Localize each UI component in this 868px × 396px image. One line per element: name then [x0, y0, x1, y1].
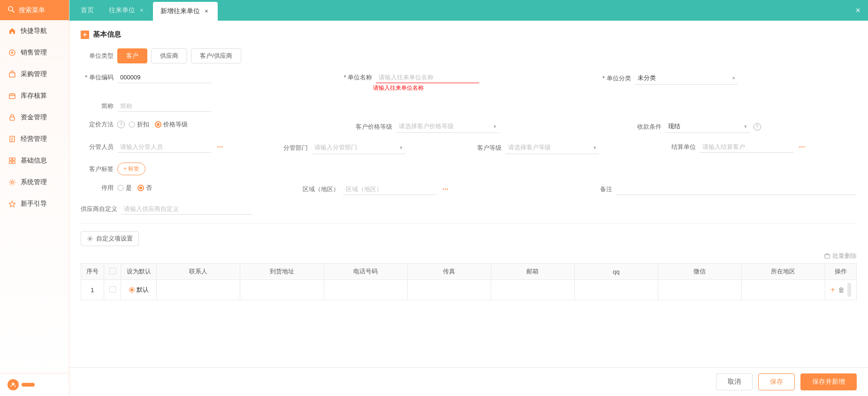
chevron-down-icon: ▾ [732, 75, 735, 81]
pricing-discount-option[interactable]: 折扣 [129, 120, 149, 129]
svg-rect-9 [9, 161, 12, 163]
sidebar-item-finance[interactable]: 资金管理 [0, 107, 69, 128]
pricing-discount-radio[interactable] [129, 121, 135, 128]
grid-icon [8, 156, 17, 165]
manager-input[interactable] [117, 141, 211, 153]
region-input[interactable] [343, 184, 437, 195]
unit-name-label: * 单位名称 [339, 73, 372, 82]
disabled-no-radio[interactable] [137, 185, 144, 191]
settings-icon [8, 178, 17, 187]
customer-level-label: 客户等级 [469, 144, 502, 152]
disabled-yes-option[interactable]: 是 [117, 184, 132, 192]
customer-level-select[interactable]: 请选择客户等级 ▾ [505, 141, 599, 154]
sidebar-item-quick-nav[interactable]: 快捷导航 [0, 20, 69, 42]
address-input[interactable] [249, 287, 315, 294]
sidebar-item-ops[interactable]: 经营管理 [0, 128, 69, 150]
tab-new-partner-label: 新增往来单位 [160, 7, 200, 16]
search-menu[interactable]: 搜索菜单 [0, 0, 69, 20]
cell-wechat[interactable] [658, 280, 741, 300]
supplier-custom-input[interactable] [121, 203, 252, 215]
search-menu-label: 搜索菜单 [19, 6, 45, 15]
short-name-input[interactable] [117, 101, 211, 112]
supplier-custom-field: 供应商自定义 [81, 203, 857, 215]
save-and-new-button[interactable]: 保存并新增 [800, 373, 857, 390]
search-icon [8, 6, 15, 15]
col-fax: 传真 [407, 264, 491, 280]
sidebar-item-label: 采购管理 [21, 70, 47, 78]
sidebar-item-inventory[interactable]: 库存核算 [0, 85, 69, 107]
window-close-button[interactable]: × [852, 6, 864, 16]
sidebar-item-basic[interactable]: 基础信息 [0, 150, 69, 171]
region-more-btn[interactable]: ··· [441, 185, 450, 194]
unit-name-input[interactable] [376, 72, 479, 83]
row-checkbox[interactable] [109, 286, 116, 293]
batch-delete-icon [824, 253, 830, 259]
disabled-no-option[interactable]: 否 [137, 184, 152, 192]
sidebar-item-system[interactable]: 系统管理 [0, 171, 69, 193]
cell-contact[interactable] [157, 280, 240, 300]
email-input[interactable] [500, 287, 566, 294]
cell-email[interactable] [491, 280, 574, 300]
pricing-row: 定价方法 ? 折扣 价格等级 客户价格等级 请选择客户价格等级 [81, 120, 857, 133]
cell-qq[interactable] [574, 280, 658, 300]
disabled-yes-label: 是 [126, 184, 132, 192]
manager-more-btn[interactable]: ··· [215, 143, 225, 151]
pricing-help-icon[interactable]: ? [117, 121, 125, 128]
tab-new-partner-close[interactable]: × [203, 8, 210, 15]
unit-type-supplier-btn[interactable]: 供应商 [151, 48, 187, 63]
pricing-level-radio[interactable] [155, 121, 161, 128]
row-action-buttons: + 🗑 [830, 283, 852, 297]
remark-field: 备注 [579, 184, 857, 195]
phone-input[interactable] [332, 287, 398, 294]
payment-terms-select[interactable]: 现结 ▾ [665, 120, 750, 133]
delete-row-button[interactable]: 🗑 [838, 286, 845, 294]
dept-select[interactable]: 请输入分管部门 ▾ [312, 141, 405, 154]
cell-address[interactable] [240, 280, 324, 300]
payment-terms-value: 现结 [668, 122, 680, 131]
form-content: 基本信息 单位类型 客户 供应商 客户/供应商 * 单位编码 [69, 21, 868, 367]
add-tag-button[interactable]: + 标签 [117, 163, 145, 175]
default-radio[interactable] [129, 287, 135, 293]
tab-home[interactable]: 首页 [73, 0, 101, 21]
cell-fax[interactable] [407, 280, 491, 300]
col-check [104, 264, 121, 280]
settlement-input[interactable] [700, 141, 793, 153]
unit-category-select[interactable]: 未分类 ▾ [635, 72, 738, 85]
unit-type-both-btn[interactable]: 客户/供应商 [191, 48, 241, 63]
sidebar-item-purchase[interactable]: 采购管理 [0, 63, 69, 85]
remark-input[interactable] [616, 184, 857, 195]
settlement-more-btn[interactable]: ··· [797, 143, 807, 151]
sidebar-item-sales[interactable]: 销售管理 [0, 42, 69, 63]
cell-phone[interactable] [324, 280, 407, 300]
cancel-button[interactable]: 取消 [716, 373, 753, 390]
save-button[interactable]: 保存 [758, 373, 795, 390]
tab-partners-close[interactable]: × [138, 7, 145, 14]
sidebar-item-guide[interactable]: 新手引导 [0, 193, 69, 215]
customer-price-select[interactable]: 请选择客户价格等级 ▾ [396, 120, 499, 133]
tab-partners[interactable]: 往来单位 × [101, 0, 153, 21]
batch-delete-label[interactable]: 批量删除 [832, 252, 857, 260]
unit-code-input[interactable] [117, 72, 211, 83]
payment-help-icon[interactable]: ? [754, 123, 761, 131]
cell-check[interactable] [104, 280, 121, 300]
wechat-input[interactable] [667, 287, 733, 294]
region-field: 区域（地区） ··· [303, 184, 580, 195]
custom-settings-button[interactable]: 自定义项设置 [81, 231, 139, 246]
pricing-level-option[interactable]: 价格等级 [155, 120, 188, 129]
unit-type-customer-btn[interactable]: 客户 [117, 48, 147, 63]
col-qq: qq [574, 264, 658, 280]
form-footer: 取消 保存 保存并新增 [69, 367, 868, 396]
sidebar-item-label: 快捷导航 [21, 27, 47, 35]
add-row-button[interactable]: + [830, 286, 835, 294]
disabled-yes-radio[interactable] [117, 185, 124, 191]
tab-new-partner[interactable]: 新增往来单位 × [153, 2, 218, 21]
unit-category-field: * 单位分类 未分类 ▾ [598, 72, 857, 85]
chevron-down-icon: ▾ [494, 124, 496, 130]
contact-input[interactable] [165, 287, 231, 294]
region-table-input[interactable] [750, 287, 816, 294]
dept-field: 分管部门 请输入分管部门 ▾ [275, 141, 469, 154]
cell-action: + 🗑 [825, 280, 856, 300]
fax-input[interactable] [416, 287, 482, 294]
qq-input[interactable] [583, 287, 649, 294]
cell-region[interactable] [741, 280, 825, 300]
